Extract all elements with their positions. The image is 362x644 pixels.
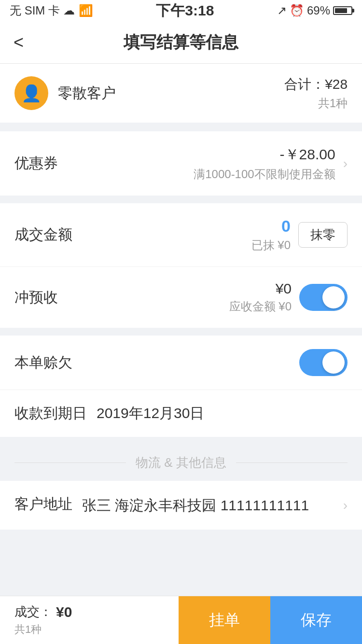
bottom-deal-amount: ¥0 xyxy=(56,604,72,620)
hold-button[interactable]: 挂单 xyxy=(179,596,270,644)
section-divider-1 xyxy=(0,124,362,131)
bottom-bar: 成交： ¥0 共1种 挂单 保存 xyxy=(0,596,362,644)
save-button[interactable]: 保存 xyxy=(270,596,362,644)
avatar: 👤 xyxy=(14,76,48,110)
amount-right: 0 已抹 ¥0 抹零 xyxy=(251,217,348,253)
amount-content: 0 已抹 ¥0 xyxy=(251,217,291,253)
receivable-amount: 应收金额 ¥0 xyxy=(229,299,292,314)
prepay-label: 冲预收 xyxy=(14,288,58,308)
logistics-line-left xyxy=(14,462,126,463)
location-icon: ↗ xyxy=(277,4,287,17)
due-date-label: 收款到期日 xyxy=(14,404,87,423)
back-button[interactable]: < xyxy=(14,32,24,53)
avatar-icon: 👤 xyxy=(21,84,42,103)
address-value: 张三 海淀永丰科技园 11111111111 xyxy=(82,494,309,516)
prepay-amount: ¥0 xyxy=(229,280,292,297)
prepay-toggle-track xyxy=(299,284,348,311)
prepay-toggle-thumb xyxy=(322,286,345,308)
coupon-row[interactable]: 优惠券 -￥28.00 满1000-100不限制使用金额 › xyxy=(0,131,362,196)
coupon-label: 优惠券 xyxy=(14,154,58,173)
amount-section: 成交金额 0 已抹 ¥0 抹零 冲预收 ¥0 应收金额 ¥0 xyxy=(0,203,362,328)
prepay-row: 冲预收 ¥0 应收金额 ¥0 xyxy=(0,267,362,328)
address-section: 客户地址 张三 海淀永丰科技园 11111111111 › xyxy=(0,481,362,530)
address-left: 客户地址 张三 海淀永丰科技园 11111111111 xyxy=(14,494,309,516)
debt-toggle-thumb xyxy=(322,351,345,374)
debt-toggle-track xyxy=(299,349,348,376)
bottom-info: 成交： ¥0 共1种 xyxy=(0,596,179,644)
customer-right: 合计：¥28 共1种 xyxy=(284,75,348,111)
alarm-icon: ⏰ xyxy=(290,4,304,17)
address-label: 客户地址 xyxy=(14,494,72,514)
coupon-section: 优惠券 -￥28.00 满1000-100不限制使用金额 › xyxy=(0,131,362,196)
amount-label: 成交金额 xyxy=(14,225,72,245)
coupon-desc: 满1000-100不限制使用金额 xyxy=(194,167,335,182)
total-count: 共1种 xyxy=(284,96,348,111)
prepay-content: ¥0 应收金额 ¥0 xyxy=(229,280,292,314)
status-time: 下午3:18 xyxy=(156,1,214,21)
coupon-discount: -￥28.00 xyxy=(194,145,335,165)
battery-percent: 69% xyxy=(307,4,330,17)
already-erased: 已抹 ¥0 xyxy=(251,238,291,253)
logistics-label: 物流 & 其他信息 xyxy=(136,454,226,471)
debt-row: 本单赊欠 xyxy=(0,336,362,390)
bottom-deal-label: 成交： xyxy=(14,603,52,620)
coupon-chevron-icon: › xyxy=(343,156,348,171)
round-zero-button[interactable]: 抹零 xyxy=(298,222,348,248)
prepay-toggle[interactable] xyxy=(299,284,348,311)
nav-bar: < 填写结算等信息 xyxy=(0,21,362,64)
no-sim-label: 无 SIM 卡 ☁ xyxy=(10,3,75,18)
section-divider-3 xyxy=(0,328,362,336)
page-title: 填写结算等信息 xyxy=(124,31,238,54)
amount-row: 成交金额 0 已抹 ¥0 抹零 xyxy=(0,203,362,267)
debt-toggle[interactable] xyxy=(299,349,348,376)
section-divider-2 xyxy=(0,196,362,203)
amount-value: 0 xyxy=(251,217,291,236)
wifi-icon: 📶 xyxy=(79,4,93,17)
content-area: 👤 零散客户 合计：¥28 共1种 优惠券 -￥28.00 满1000-100不… xyxy=(0,64,362,588)
total-amount: 合计：¥28 xyxy=(284,75,348,94)
status-bar: 无 SIM 卡 ☁ 📶 下午3:18 ↗ ⏰ 69% xyxy=(0,0,362,21)
customer-section: 👤 零散客户 合计：¥28 共1种 xyxy=(0,64,362,123)
coupon-content: -￥28.00 满1000-100不限制使用金额 xyxy=(194,145,335,182)
section-divider-4 xyxy=(0,437,362,445)
customer-name: 零散客户 xyxy=(58,84,116,103)
battery-icon xyxy=(333,6,352,15)
status-left: 无 SIM 卡 ☁ 📶 xyxy=(10,3,93,18)
bottom-count: 共1种 xyxy=(14,622,164,637)
address-row[interactable]: 客户地址 张三 海淀永丰科技园 11111111111 › xyxy=(0,481,362,530)
status-right: ↗ ⏰ 69% xyxy=(277,4,352,17)
due-date-value: 2019年12月30日 xyxy=(97,404,204,423)
address-chevron-icon: › xyxy=(343,498,348,513)
logistics-line-right xyxy=(236,462,348,463)
due-date-row: 收款到期日 2019年12月30日 xyxy=(0,390,362,437)
bottom-deal-row: 成交： ¥0 xyxy=(14,603,164,620)
logistics-divider: 物流 & 其他信息 xyxy=(0,445,362,481)
customer-left: 👤 零散客户 xyxy=(14,76,116,110)
coupon-right: -￥28.00 满1000-100不限制使用金额 › xyxy=(194,145,348,182)
debt-section: 本单赊欠 收款到期日 2019年12月30日 xyxy=(0,336,362,437)
debt-label: 本单赊欠 xyxy=(14,353,72,373)
prepay-right: ¥0 应收金额 ¥0 xyxy=(229,280,348,314)
